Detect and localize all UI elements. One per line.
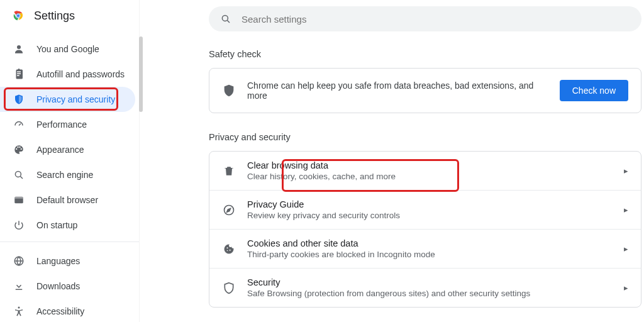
search-icon <box>220 13 231 25</box>
row-body: Privacy Guide Review key privacy and sec… <box>247 199 613 220</box>
svg-point-8 <box>18 307 20 309</box>
row-sub: Third-party cookies are blocked in Incog… <box>247 250 613 259</box>
sidebar-item-label: Languages <box>36 256 80 266</box>
row-body: Security Safe Browsing (protection from … <box>247 277 613 298</box>
sidebar-item-label: Search engine <box>36 170 93 180</box>
content: Safety check Chrome can help keep you sa… <box>209 49 641 308</box>
person-icon <box>13 43 25 55</box>
compass-icon <box>222 204 236 216</box>
download-icon <box>13 280 25 292</box>
row-title: Clear browsing data <box>247 160 613 170</box>
globe-icon <box>13 255 25 267</box>
row-cookies[interactable]: Cookies and other site data Third-party … <box>209 229 641 268</box>
speedometer-icon <box>13 119 25 130</box>
row-sub: Safe Browsing (protection from dangerous… <box>247 289 613 298</box>
sidebar-item-on-startup[interactable]: On startup <box>0 213 135 238</box>
sidebar-item-label: Performance <box>36 119 87 130</box>
sidebar-item-privacy-security[interactable]: Privacy and security <box>0 87 135 112</box>
cookie-icon <box>222 243 236 255</box>
sidebar-item-autofill[interactable]: Autofill and passwords <box>0 62 135 87</box>
sidebar-item-label: On startup <box>36 220 77 230</box>
svg-point-9 <box>222 15 228 21</box>
check-now-button[interactable]: Check now <box>560 80 628 101</box>
chevron-right-icon: ▸ <box>624 244 628 253</box>
row-body: Cookies and other site data Third-party … <box>247 238 613 259</box>
search-wrap <box>209 6 641 31</box>
clipboard-icon <box>13 69 25 80</box>
chevron-right-icon: ▸ <box>624 205 628 214</box>
shield2-icon <box>222 282 236 294</box>
row-privacy-guide[interactable]: Privacy Guide Review key privacy and sec… <box>209 190 641 229</box>
svg-point-4 <box>15 171 21 177</box>
row-title: Privacy Guide <box>247 199 613 209</box>
privacy-security-card: Clear browsing data Clear history, cooki… <box>209 151 641 308</box>
shield-icon <box>13 94 25 105</box>
svg-rect-6 <box>14 197 23 199</box>
sidebar-item-label: You and Google <box>36 44 99 54</box>
safety-check-heading: Safety check <box>209 49 641 59</box>
sidebar-item-appearance[interactable]: Appearance <box>0 137 135 162</box>
sidebar-item-default-browser[interactable]: Default browser <box>0 187 135 213</box>
trash-icon <box>222 165 236 177</box>
row-body: Clear browsing data Clear history, cooki… <box>247 160 613 181</box>
palette-icon <box>13 144 25 155</box>
sidebar-item-search-engine[interactable]: Search engine <box>0 162 135 187</box>
search-settings[interactable] <box>209 6 641 31</box>
scrollbar[interactable] <box>139 36 143 112</box>
chrome-logo-icon <box>11 9 25 23</box>
svg-point-3 <box>17 45 21 49</box>
privacy-security-heading: Privacy and security <box>209 132 641 142</box>
safety-check-text: Chrome can help keep you safe from data … <box>247 80 548 101</box>
browser-icon <box>13 194 25 206</box>
row-title: Cookies and other site data <box>247 238 613 248</box>
sidebar-item-label: Accessibility <box>36 306 84 316</box>
sidebar-item-label: Downloads <box>36 281 80 291</box>
sidebar-divider <box>0 242 139 242</box>
main: Safety check Chrome can help keep you sa… <box>140 0 644 322</box>
accessibility-icon <box>13 306 25 317</box>
svg-point-11 <box>227 247 228 248</box>
search-icon <box>13 169 25 180</box>
chevron-right-icon: ▸ <box>624 283 628 292</box>
sidebar: Settings You and Google Autofill and pas… <box>0 0 140 322</box>
svg-point-13 <box>227 250 228 251</box>
row-clear-browsing-data[interactable]: Clear browsing data Clear history, cooki… <box>209 152 641 190</box>
sidebar-header: Settings <box>0 0 139 34</box>
sidebar-item-performance[interactable]: Performance <box>0 112 135 137</box>
row-security[interactable]: Security Safe Browsing (protection from … <box>209 268 641 307</box>
app: Settings You and Google Autofill and pas… <box>0 0 644 322</box>
search-input[interactable] <box>242 14 630 25</box>
sidebar-item-label: Privacy and security <box>36 94 115 104</box>
row-sub: Review key privacy and security controls <box>247 211 613 220</box>
safety-check-card: Chrome can help keep you safe from data … <box>209 68 641 113</box>
sidebar-item-label: Autofill and passwords <box>36 69 125 79</box>
power-icon <box>13 219 25 231</box>
nav-primary: You and Google Autofill and passwords Pr… <box>0 34 139 238</box>
sidebar-item-label: Appearance <box>36 145 84 155</box>
sidebar-item-you-and-google[interactable]: You and Google <box>0 36 135 62</box>
chevron-right-icon: ▸ <box>624 166 628 175</box>
nav-secondary: Languages Downloads Accessibility <box>0 246 139 322</box>
shield-check-icon <box>222 84 236 97</box>
sidebar-item-languages[interactable]: Languages <box>0 248 135 274</box>
row-sub: Clear history, cookies, cache, and more <box>247 172 613 181</box>
svg-point-12 <box>230 249 231 250</box>
row-title: Security <box>247 277 613 287</box>
page-title: Settings <box>34 9 75 23</box>
sidebar-item-accessibility[interactable]: Accessibility <box>0 299 135 322</box>
sidebar-item-label: Default browser <box>36 195 98 205</box>
sidebar-item-downloads[interactable]: Downloads <box>0 274 135 299</box>
